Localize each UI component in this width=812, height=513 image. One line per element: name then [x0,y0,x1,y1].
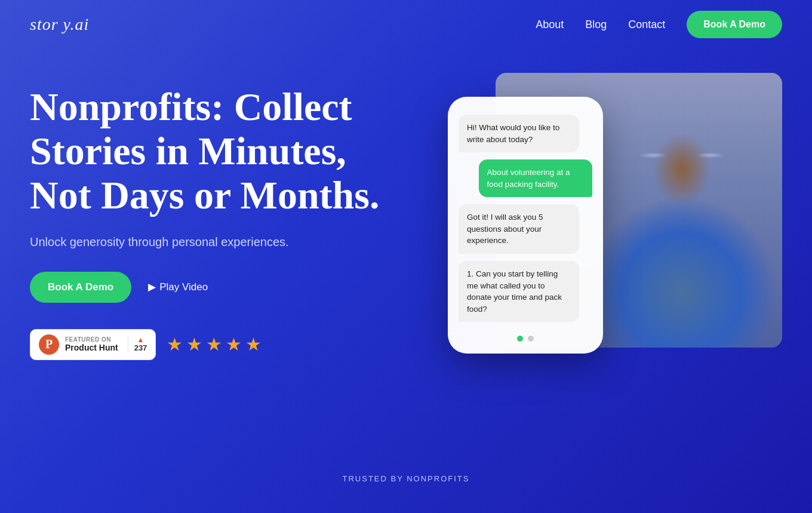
nav-book-demo-button[interactable]: Book A Demo [687,11,782,38]
nav-links: About Blog Contact Book A Demo [536,11,782,38]
hero-headline: Nonprofits: Collect Stories in Minutes, … [30,85,400,217]
phone-mockup: Hi! What would you like to write about t… [448,97,603,354]
ph-name: Product Hunt [65,343,118,352]
trusted-section: TRUSTED BY NONPROFITS [0,455,812,490]
dot-1 [517,336,523,342]
navbar: stor y.ai About Blog Contact Book A Demo [0,0,812,49]
product-hunt-badge[interactable]: P FEATURED ON Product Hunt ▲ 237 [30,329,156,360]
phone-dots [459,336,592,342]
hero-left: Nonprofits: Collect Stories in Minutes, … [30,73,400,360]
hero-right: Hi! What would you like to write about t… [448,73,782,377]
star-3: ★ [206,334,222,355]
star-4: ★ [226,334,242,355]
hero-subtext: Unlock generosity through personal exper… [30,235,400,249]
star-1: ★ [167,334,183,355]
product-hunt-text: FEATURED ON Product Hunt [65,336,118,352]
hero-play-video-button[interactable]: ▶ Play Video [148,281,208,293]
nav-link-about[interactable]: About [536,19,564,31]
hero-buttons: Book A Demo ▶ Play Video [30,272,400,303]
hero-book-demo-button[interactable]: Book A Demo [30,272,131,303]
hero-section: Nonprofits: Collect Stories in Minutes, … [0,49,812,455]
chat-message-1: Hi! What would you like to write about t… [459,115,579,152]
social-proof: P FEATURED ON Product Hunt ▲ 237 ★ ★ ★ ★… [30,329,400,360]
trusted-label: TRUSTED BY NONPROFITS [343,474,470,483]
nav-link-blog[interactable]: Blog [585,19,607,31]
chat-message-3: Got it! I will ask you 5 questions about… [459,204,579,254]
ph-arrow-icon: ▲ [137,336,144,343]
star-2: ★ [186,334,202,355]
dot-2 [528,336,534,342]
ph-votes: ▲ 237 [128,336,147,352]
product-hunt-icon: P [39,334,59,355]
chat-message-4: 1. Can you start by telling me what call… [459,261,579,322]
play-icon: ▶ [148,281,156,293]
ph-featured-label: FEATURED ON [65,336,118,343]
star-5: ★ [245,334,262,355]
chat-message-2: About volunteering at a food packing fac… [479,159,592,197]
logo: stor y.ai [30,15,89,34]
ph-vote-count: 237 [134,343,147,352]
star-rating: ★ ★ ★ ★ ★ [167,334,262,355]
nav-link-contact[interactable]: Contact [628,19,665,31]
